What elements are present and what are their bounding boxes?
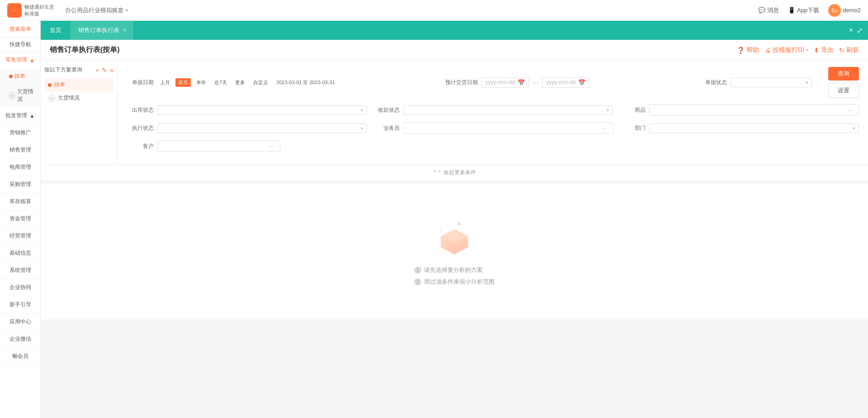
date-range: 上月 本月 本年 近7天 更多 自定义 xyxy=(157,78,271,87)
sidebar-item-enterprise[interactable]: 企业协同 xyxy=(0,279,40,296)
sidebar-item-sales[interactable]: 销售管理 xyxy=(0,142,40,159)
dept-label: 部门 xyxy=(618,124,646,132)
date-tag-7days[interactable]: 近7天 xyxy=(212,78,230,87)
filter-field-expected-date: 预计交货日期 yyyy-mm-dd 📅 — yyyy-mm-dd 📅 xyxy=(445,77,590,88)
sidebar-search[interactable]: 搜索菜单 xyxy=(0,21,40,38)
empty-icon: ✦ ✦ xyxy=(432,214,477,259)
status-select[interactable]: ▾ xyxy=(731,78,812,87)
empty-text-list: 1 请先选择要分析的方案 2 用过滤条件来缩小分析范围 xyxy=(414,266,495,290)
set-button[interactable]: 设置 xyxy=(828,83,859,98)
query-button[interactable]: 查询 xyxy=(828,67,859,81)
tab-home[interactable]: 首页 xyxy=(41,21,71,40)
date-tag-more[interactable]: 更多 xyxy=(232,78,248,87)
sidebar-item-purchase[interactable]: 采购管理 xyxy=(0,176,40,193)
calendar-icon-1: 📅 xyxy=(518,79,525,86)
circle-icon: ◎ xyxy=(9,92,15,99)
sidebar-item-marketing[interactable]: 营销推广 xyxy=(0,124,40,142)
sidebar-item-finance[interactable]: 资金管理 xyxy=(0,210,40,228)
help-icon: ❓ xyxy=(737,47,745,54)
sidebar-item-basic[interactable]: 基础信息 xyxy=(0,245,40,262)
top-header: 🔸 畅捷通好生意 标准版 办公用品行业模拟账套 ▾ 💬 消息 📱 App下载 E… xyxy=(0,0,868,21)
content-area: 首页 销售订单执行表 × × ⤢ 销售订单执行表(按单) ❓ 帮助 xyxy=(41,21,868,418)
export-button[interactable]: ⬇ 导出 xyxy=(814,46,834,54)
exec-status-select[interactable]: ▾ xyxy=(157,124,367,133)
filter-scheme-press-order[interactable]: 按单 xyxy=(44,78,113,91)
sidebar-item-retail[interactable]: 零售管理 ▲ xyxy=(0,52,40,69)
breadcrumb: 办公用品行业模拟账套 ▾ xyxy=(65,6,128,14)
dept-arrow: ▾ xyxy=(853,126,855,131)
app-download-button[interactable]: 📱 App下载 xyxy=(788,6,819,14)
sidebar-item-member[interactable]: 畅会员 xyxy=(0,348,40,365)
sidebar-item-wholesale[interactable]: 批发管理 ▲ xyxy=(0,107,40,124)
goods-dots[interactable]: ··· xyxy=(846,106,855,114)
filter-collapse-icon[interactable]: « xyxy=(110,66,113,74)
status-label: 单据状态 xyxy=(700,79,727,86)
out-status-arrow: ▾ xyxy=(361,108,363,113)
collapse-button[interactable]: ⌃⌃ 收起更多条件 xyxy=(433,169,476,176)
salesperson-dots[interactable]: ··· xyxy=(600,124,609,132)
refresh-button[interactable]: ↻ 刷新 xyxy=(839,46,859,54)
receipt-status-label: 收款状态 xyxy=(373,106,400,114)
sidebar: 搜索菜单 快捷导航 零售管理 ▲ 按单 ◎ 欠货情况 批发管理 ▲ 营销推广 销… xyxy=(0,21,41,418)
salesperson-select[interactable]: ··· xyxy=(403,122,613,134)
goods-select[interactable]: ··· xyxy=(649,104,859,116)
filter-field-customer: 客户 ··· xyxy=(127,140,280,152)
filter-sidebar: 按以下方案查询 + ✎ « 按单 ◎ 欠货情况 xyxy=(41,61,118,165)
sidebar-item-ecommerce[interactable]: 电商管理 xyxy=(0,159,40,176)
sidebar-item-corpwechat[interactable]: 企业微信 xyxy=(0,331,40,348)
customer-select[interactable]: ··· xyxy=(157,140,280,152)
receipt-status-select[interactable]: ▾ xyxy=(403,105,613,115)
salesperson-label: 业务员 xyxy=(373,124,400,132)
svg-text:✦: ✦ xyxy=(439,228,442,233)
out-status-select[interactable]: ▾ xyxy=(157,105,367,115)
goods-label: 商品 xyxy=(618,106,646,114)
filter-row-2: 出库状态 ▾ 收款状态 ▾ xyxy=(127,104,859,116)
header-right: 💬 消息 📱 App下载 Ea demo2 xyxy=(758,4,861,17)
breadcrumb-dropdown-icon[interactable]: ▾ xyxy=(126,8,128,13)
filter-scheme-arrears[interactable]: ◎ 欠货情况 xyxy=(44,91,113,104)
sidebar-item-appcenter[interactable]: 应用中心 xyxy=(0,314,40,331)
tab-minimize-icon[interactable]: × xyxy=(849,26,853,34)
page-header: 销售订单执行表(按单) ❓ 帮助 🖨 按模板打印 ▾ ⬇ 导出 xyxy=(41,40,868,61)
dept-select[interactable]: ▾ xyxy=(649,124,859,133)
calendar-icon-2: 📅 xyxy=(578,79,585,86)
filter-field-goods: 商品 ··· xyxy=(618,104,859,116)
avatar: Ea xyxy=(828,4,841,17)
customer-dots[interactable]: ··· xyxy=(267,142,276,150)
logo-area: 🔸 畅捷通好生意 标准版 xyxy=(7,3,54,18)
page-actions: ❓ 帮助 🖨 按模板打印 ▾ ⬇ 导出 ↻ 刷新 xyxy=(737,46,859,54)
tab-maximize-icon[interactable]: ⤢ xyxy=(857,26,863,35)
collapse-bar[interactable]: ⌃⌃ 收起更多条件 xyxy=(41,165,868,180)
filter-main: 单据日期 上月 本月 本年 近7天 更多 自定义 2023-03-01 至 20… xyxy=(118,61,868,165)
logo-icon: 🔸 xyxy=(7,3,22,18)
expected-date-to[interactable]: yyyy-mm-dd 📅 xyxy=(542,77,590,88)
date-tag-custom[interactable]: 自定义 xyxy=(250,78,271,87)
sidebar-item-stock[interactable]: 库存核算 xyxy=(0,193,40,210)
user-profile[interactable]: Ea demo2 xyxy=(828,4,861,17)
collapse-up-icon: ⌃⌃ xyxy=(433,170,442,176)
sidebar-item-newbie[interactable]: 新手引导 xyxy=(0,296,40,314)
sidebar-item-ops[interactable]: 经营管理 xyxy=(0,228,40,245)
tab-sales-order[interactable]: 销售订单执行表 × xyxy=(71,21,133,40)
scheme-circle-icon: ◎ xyxy=(48,95,55,102)
sidebar-sub-item-arrears[interactable]: ◎ 欠货情况 xyxy=(0,84,40,107)
filter-add-icon[interactable]: + xyxy=(95,66,99,74)
sidebar-sub-item-press-order[interactable]: 按单 xyxy=(0,69,40,84)
main-layout: 搜索菜单 快捷导航 零售管理 ▲ 按单 ◎ 欠货情况 批发管理 ▲ 营销推广 销… xyxy=(0,21,868,418)
filter-edit-icon[interactable]: ✎ xyxy=(102,66,107,74)
sidebar-shortcut[interactable]: 快捷导航 xyxy=(0,38,40,52)
print-button[interactable]: 🖨 按模板打印 ▾ xyxy=(764,46,808,54)
tab-bar-actions: × ⤢ xyxy=(844,26,868,35)
dot-icon xyxy=(9,75,13,78)
sidebar-item-system[interactable]: 系统管理 xyxy=(0,262,40,279)
date-tag-this-month[interactable]: 本月 xyxy=(175,78,191,87)
filter-field-date: 单据日期 上月 本月 本年 近7天 更多 自定义 xyxy=(127,78,271,87)
expected-date-from[interactable]: yyyy-mm-dd 📅 xyxy=(481,77,529,88)
help-button[interactable]: ❓ 帮助 xyxy=(737,46,759,54)
message-button[interactable]: 💬 消息 xyxy=(758,6,779,14)
tab-close-icon[interactable]: × xyxy=(123,27,126,33)
svg-text:✦: ✦ xyxy=(457,220,462,228)
filter-sidebar-icons: + ✎ « xyxy=(95,66,113,74)
date-tag-this-year[interactable]: 本年 xyxy=(193,78,209,87)
date-tag-last-month[interactable]: 上月 xyxy=(157,78,173,87)
